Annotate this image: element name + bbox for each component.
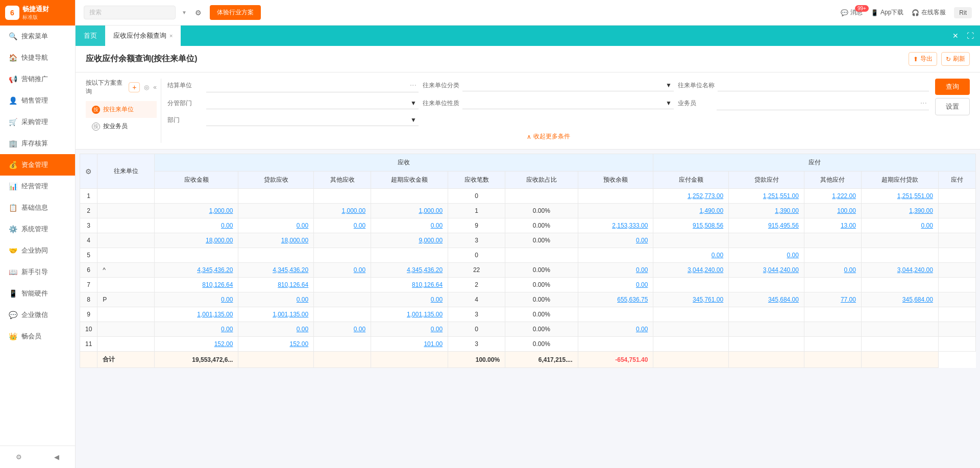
sidebar-item-enterprise[interactable]: 🤝 企业协同 bbox=[0, 240, 75, 261]
tab-maximize-btn[interactable]: ⛶ bbox=[965, 30, 976, 42]
row-rec-overdue-link[interactable]: 9,000.00 bbox=[419, 237, 443, 244]
row-pay-loan-link[interactable]: 0.00 bbox=[787, 252, 799, 259]
row-pay-other-link[interactable]: 1,222.00 bbox=[832, 192, 856, 200]
row-rec-overdue[interactable]: 9,000.00 bbox=[371, 233, 448, 248]
row-rec-other-link[interactable]: 0.00 bbox=[354, 326, 365, 333]
row-rec-loan[interactable]: 0.00 bbox=[238, 322, 314, 337]
row-rec-overdue[interactable]: 0.00 bbox=[371, 292, 448, 307]
sidebar-item-system[interactable]: ⚙️ 系统管理 bbox=[0, 218, 75, 240]
row-rec-amount[interactable]: 18,000.00 bbox=[155, 233, 238, 248]
row-pay-loan-link[interactable]: 915,495.56 bbox=[768, 222, 799, 229]
row-rec-amount-link[interactable]: 0.00 bbox=[221, 296, 233, 303]
sidebar-item-marketing[interactable]: 📢 营销推广 bbox=[0, 68, 75, 90]
row-pay-amount-link[interactable]: 1,252,773.00 bbox=[688, 192, 723, 200]
row-rec-advance-link[interactable]: 0.00 bbox=[636, 281, 648, 288]
row-pay-overdue-link[interactable]: 345,684.00 bbox=[902, 296, 933, 303]
row-rec-overdue-link[interactable]: 0.00 bbox=[431, 296, 443, 303]
row-pay-loan[interactable]: 3,044,240.00 bbox=[729, 263, 804, 278]
row-pay-amount[interactable]: 1,252,773.00 bbox=[653, 189, 729, 204]
row-rec-loan-link[interactable]: 0.00 bbox=[297, 222, 308, 229]
row-pay-amount-link[interactable]: 345,761.00 bbox=[693, 296, 723, 303]
row-rec-advance-link[interactable]: 655,636.75 bbox=[617, 296, 648, 303]
row-rec-overdue-link[interactable]: 4,345,436.20 bbox=[407, 266, 443, 274]
row-rec-amount[interactable]: 0.00 bbox=[155, 322, 238, 337]
row-rec-loan[interactable]: 4,345,436.20 bbox=[238, 263, 314, 278]
row-pay-loan[interactable]: 345,684.00 bbox=[729, 292, 804, 307]
row-rec-advance-link[interactable]: 2,153,333.00 bbox=[612, 222, 648, 229]
sidebar-item-operation[interactable]: 📊 经营管理 bbox=[0, 176, 75, 197]
row-rec-other-link[interactable]: 0.00 bbox=[354, 222, 365, 229]
row-rec-advance[interactable]: 0.00 bbox=[578, 278, 653, 292]
row-rec-loan-link[interactable]: 18,000.00 bbox=[281, 237, 308, 244]
row-pay-overdue-link[interactable]: 0.00 bbox=[921, 222, 933, 229]
filter-select-division-dept[interactable]: ▼ bbox=[206, 97, 419, 109]
row-rec-other[interactable]: 0.00 bbox=[314, 218, 371, 233]
row-pay-other-link[interactable]: 0.00 bbox=[844, 266, 856, 274]
row-rec-overdue[interactable]: 0.00 bbox=[371, 218, 448, 233]
row-rec-advance-link[interactable]: 0.00 bbox=[636, 266, 648, 274]
row-rec-amount[interactable]: 4,345,436.20 bbox=[155, 263, 238, 278]
scheme-by-partner[interactable]: 按 按往来单位 bbox=[86, 101, 157, 118]
row-pay-overdue[interactable]: 345,684.00 bbox=[861, 292, 938, 307]
row-pay-amount-link[interactable]: 915,508.56 bbox=[693, 222, 723, 229]
row-rec-overdue-link[interactable]: 101.00 bbox=[424, 340, 443, 348]
header-gear-icon[interactable]: ⚙ bbox=[195, 9, 202, 17]
row-rec-other-link[interactable]: 0.00 bbox=[354, 266, 365, 274]
row-rec-amount-link[interactable]: 1,001,135.00 bbox=[197, 311, 233, 318]
row-rec-loan[interactable]: 0.00 bbox=[238, 218, 314, 233]
header-search-box[interactable]: 搜索 bbox=[84, 6, 176, 19]
row-pay-overdue[interactable]: 3,044,240.00 bbox=[861, 263, 938, 278]
row-pay-overdue[interactable]: 0.00 bbox=[861, 218, 938, 233]
row-rec-amount-link[interactable]: 1,000.00 bbox=[209, 207, 233, 214]
refresh-button[interactable]: ↻ 刷新 bbox=[941, 52, 970, 66]
row-pay-overdue-link[interactable]: 1,390.00 bbox=[909, 207, 933, 214]
row-pay-other[interactable]: 1,222.00 bbox=[804, 189, 861, 204]
app-download-btn[interactable]: 📱 App下载 bbox=[871, 8, 903, 17]
row-pay-amount[interactable]: 345,761.00 bbox=[653, 292, 729, 307]
sidebar-item-hardware[interactable]: 📱 智能硬件 bbox=[0, 283, 75, 304]
row-rec-advance-link[interactable]: 0.00 bbox=[636, 237, 648, 244]
row-rec-overdue[interactable]: 4,345,436.20 bbox=[371, 263, 448, 278]
tab-close-icon[interactable]: × bbox=[169, 33, 173, 39]
row-rec-other-link[interactable]: 1,000.00 bbox=[341, 207, 365, 214]
row-rec-amount-link[interactable]: 810,126.64 bbox=[202, 281, 233, 288]
query-button[interactable]: 查询 bbox=[935, 79, 970, 95]
sidebar-settings-btn[interactable]: ⚙ bbox=[11, 450, 27, 464]
filter-select-partner-category[interactable]: ▼ bbox=[462, 80, 674, 91]
row-rec-amount-link[interactable]: 18,000.00 bbox=[206, 237, 233, 244]
sidebar-item-purchase[interactable]: 🛒 采购管理 bbox=[0, 111, 75, 133]
row-pay-overdue-link[interactable]: 1,251,551.00 bbox=[897, 192, 933, 200]
row-rec-overdue[interactable]: 1,000.00 bbox=[371, 204, 448, 218]
user-badge[interactable]: Rit bbox=[954, 7, 972, 18]
row-pay-loan[interactable]: 0.00 bbox=[729, 248, 804, 263]
sidebar-item-finance[interactable]: 💰 资金管理 bbox=[0, 154, 75, 176]
row-rec-amount-link[interactable]: 152.00 bbox=[214, 340, 233, 348]
filter-input-partner-name[interactable] bbox=[718, 80, 929, 91]
row-rec-loan[interactable]: 1,001,135.00 bbox=[238, 307, 314, 322]
row-pay-loan[interactable]: 1,251,551.00 bbox=[729, 189, 804, 204]
sidebar-item-basic[interactable]: 📋 基础信息 bbox=[0, 197, 75, 218]
sidebar-item-member[interactable]: 👑 畅会员 bbox=[0, 326, 75, 347]
row-rec-overdue[interactable]: 810,126.64 bbox=[371, 278, 448, 292]
filter-select-department[interactable]: ▼ bbox=[206, 114, 419, 126]
tab-home[interactable]: 首页 bbox=[76, 26, 105, 46]
sidebar-item-inventory[interactable]: 🏢 库存核算 bbox=[0, 133, 75, 154]
row-rec-other[interactable]: 1,000.00 bbox=[314, 204, 371, 218]
row-rec-overdue-link[interactable]: 1,000.00 bbox=[419, 207, 443, 214]
tab-current[interactable]: 应收应付余额查询 × bbox=[105, 26, 181, 46]
row-rec-loan[interactable]: 810,126.64 bbox=[238, 278, 314, 292]
filter-add-btn[interactable]: + bbox=[129, 82, 140, 92]
row-rec-loan-link[interactable]: 4,345,436.20 bbox=[273, 266, 308, 274]
promo-button[interactable]: 体验行业方案 bbox=[210, 5, 261, 20]
scheme-by-salesperson[interactable]: 按 按业务员 bbox=[86, 118, 157, 135]
row-pay-other[interactable]: 0.00 bbox=[804, 263, 861, 278]
row-rec-overdue-link[interactable]: 0.00 bbox=[431, 326, 443, 333]
row-rec-loan-link[interactable]: 1,001,135.00 bbox=[273, 311, 308, 318]
table-settings-icon[interactable]: ⚙ bbox=[85, 167, 92, 176]
row-rec-advance[interactable]: 0.00 bbox=[578, 263, 653, 278]
filter-circle-btn[interactable]: ◎ bbox=[144, 84, 149, 91]
row-pay-other[interactable]: 13.00 bbox=[804, 218, 861, 233]
row-rec-loan[interactable]: 152.00 bbox=[238, 337, 314, 352]
row-pay-amount[interactable]: 3,044,240.00 bbox=[653, 263, 729, 278]
row-rec-amount[interactable]: 1,001,135.00 bbox=[155, 307, 238, 322]
